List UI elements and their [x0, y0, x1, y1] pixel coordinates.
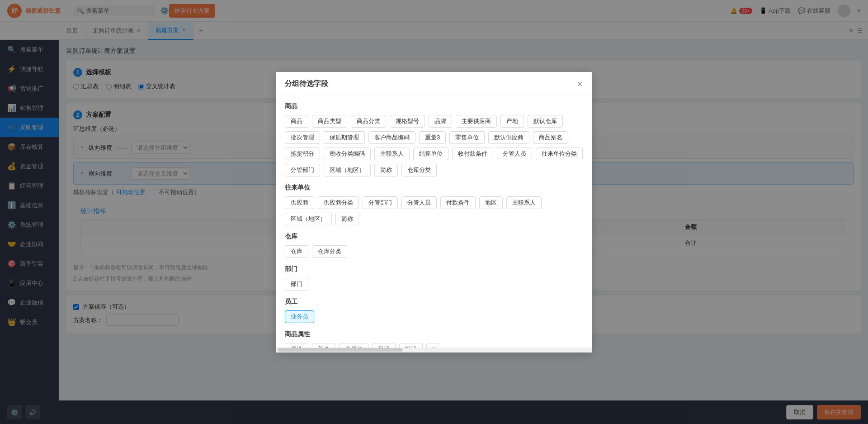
- field-tag-warehouse-cat[interactable]: 仓库分类: [401, 164, 437, 176]
- field-group-product-title: 商品: [285, 102, 583, 110]
- field-group-department: 部门 部门: [285, 265, 583, 291]
- field-tag-region[interactable]: 区域（地区）: [324, 164, 371, 176]
- field-tag-salesperson[interactable]: 业务员: [285, 310, 314, 323]
- field-tag-weight3[interactable]: 重量3: [419, 131, 446, 144]
- modal-horizontal-scrollbar[interactable]: [276, 348, 592, 352]
- field-tag-department[interactable]: 部门: [285, 278, 308, 291]
- field-tag-partner-dept[interactable]: 分管部门: [363, 196, 398, 209]
- field-group-product: 商品 商品 商品类型 商品分类 规格型号 品牌 主要供应商 产地 默认仓库 批次…: [285, 102, 583, 176]
- field-tag-payment-cond[interactable]: 付款条件: [440, 196, 476, 209]
- field-tags-employee: 业务员: [285, 310, 583, 323]
- field-tag-attr-1[interactable]: 1: [426, 343, 441, 348]
- field-group-partner: 往来单位 供应商 供应商分类 分管部门 分管人员 付款条件 地区 主联系人 区域…: [285, 184, 583, 225]
- field-tag-tax-code[interactable]: 税收分类编码: [324, 148, 371, 160]
- field-group-warehouse: 仓库 仓库 仓库分类: [285, 233, 583, 258]
- field-tag-partner-region[interactable]: 区域（地区）: [285, 213, 332, 225]
- field-tag-brand[interactable]: 品牌: [429, 115, 452, 128]
- field-tag-warehouse[interactable]: 仓库: [285, 245, 308, 258]
- field-tag-partner-short[interactable]: 简称: [335, 213, 359, 225]
- field-tag-product-category[interactable]: 商品分类: [351, 115, 386, 128]
- field-tags-partner: 供应商 供应商分类 分管部门 分管人员 付款条件 地区 主联系人 区域（地区） …: [285, 196, 583, 225]
- field-tag-default-supplier[interactable]: 默认供应商: [488, 131, 529, 144]
- modal-scroll-thumb[interactable]: [278, 348, 403, 352]
- field-group-department-title: 部门: [285, 265, 583, 273]
- field-tag-product-alias[interactable]: 商品别名: [533, 131, 568, 144]
- modal-title: 分组待选字段: [285, 79, 328, 89]
- field-tag-spec-model[interactable]: 规格型号: [390, 115, 425, 128]
- field-tag-supplier-category[interactable]: 供应商分类: [318, 196, 359, 209]
- field-tag-settle-unit[interactable]: 结算单位: [413, 148, 448, 160]
- field-group-employee-title: 员工: [285, 298, 583, 306]
- modal-body: 商品 商品 商品类型 商品分类 规格型号 品牌 主要供应商 产地 默认仓库 批次…: [276, 95, 592, 348]
- field-group-employee: 员工 业务员: [285, 298, 583, 323]
- field-tag-batch-mgmt[interactable]: 批次管理: [285, 131, 320, 144]
- field-select-modal: 分组待选字段 ✕ 商品 商品 商品类型 商品分类 规格型号 品牌 主要供应商 产…: [276, 72, 592, 353]
- field-tag-warehouse-category[interactable]: 仓库分类: [312, 245, 347, 258]
- field-group-product-attrs-title: 商品属性: [285, 330, 583, 338]
- modal-overlay: 分组待选字段 ✕ 商品 商品 商品类型 商品分类 规格型号 品牌 主要供应商 产…: [0, 0, 868, 424]
- modal-close-icon[interactable]: ✕: [576, 79, 583, 89]
- field-tag-main-contact[interactable]: 主联系人: [374, 148, 410, 160]
- field-tags-warehouse: 仓库 仓库分类: [285, 245, 583, 258]
- field-tag-area[interactable]: 地区: [479, 196, 503, 209]
- field-tag-supplier[interactable]: 供应商: [285, 196, 314, 209]
- field-tag-multi-spec[interactable]: 多规格: [339, 343, 368, 348]
- field-tag-partner-contact[interactable]: 主联系人: [506, 196, 542, 209]
- field-tags-product: 商品 商品类型 商品分类 规格型号 品牌 主要供应商 产地 默认仓库 批次管理 …: [285, 115, 583, 176]
- field-tag-color[interactable]: 颜色: [312, 343, 335, 348]
- field-tag-payment-terms[interactable]: 收付款条件: [452, 148, 493, 160]
- field-tag-customer-product-code[interactable]: 客户商品编码: [368, 131, 415, 144]
- field-tag-product-type[interactable]: 商品类型: [312, 115, 347, 128]
- field-tag-dept[interactable]: 分管部门: [285, 164, 320, 176]
- field-tag-partner-supervisor[interactable]: 分管人员: [401, 196, 437, 209]
- field-group-warehouse-title: 仓库: [285, 233, 583, 241]
- field-tags-product-attrs: 属性 颜色 多规格 尺码 鞋码 1: [285, 343, 583, 348]
- field-tag-shoe-size[interactable]: 鞋码: [399, 343, 423, 348]
- field-tag-size[interactable]: 尺码: [372, 343, 396, 348]
- modal-header: 分组待选字段 ✕: [276, 72, 592, 95]
- field-tag-expiry-mgmt[interactable]: 保质期管理: [324, 131, 365, 144]
- field-tag-short-name[interactable]: 简称: [374, 164, 398, 176]
- field-tag-origin[interactable]: 产地: [500, 115, 524, 128]
- field-tag-product[interactable]: 商品: [285, 115, 308, 128]
- field-tag-pick-points[interactable]: 拣货积分: [285, 148, 320, 160]
- field-group-partner-title: 往来单位: [285, 184, 583, 192]
- field-tags-department: 部门: [285, 278, 583, 291]
- field-tag-default-warehouse[interactable]: 默认仓库: [528, 115, 563, 128]
- field-tag-retail-unit[interactable]: 零售单位: [449, 131, 485, 144]
- field-tag-supervisor[interactable]: 分管人员: [497, 148, 532, 160]
- field-tag-partner-category[interactable]: 往来单位分类: [536, 148, 583, 160]
- field-tag-main-supplier[interactable]: 主要供应商: [456, 115, 497, 128]
- field-group-product-attrs: 商品属性 属性 颜色 多规格 尺码 鞋码 1: [285, 330, 583, 348]
- field-tag-attribute[interactable]: 属性: [285, 343, 308, 348]
